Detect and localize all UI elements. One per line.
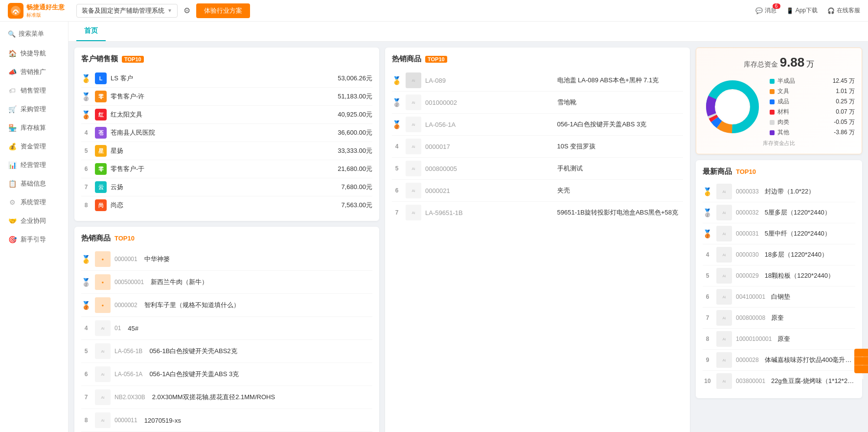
customer-name: LS 客户: [111, 74, 334, 83]
logo-area: 畅捷通好生意 标准版: [8, 3, 76, 19]
rank-number: 7: [703, 314, 712, 321]
sidebar-item-quick-nav[interactable]: 🏠 快捷导航: [0, 44, 68, 63]
float-live[interactable]: 直播: [854, 365, 868, 373]
search-menu-label: 搜索菜单: [19, 29, 44, 38]
new-product-name: 原奎: [777, 335, 855, 343]
customer-value: 21,680.00元: [338, 165, 372, 173]
sidebar-item-system[interactable]: ⚙ 系统管理: [0, 193, 68, 212]
hot-products-title: 热销商品: [81, 234, 111, 243]
new-product-item: 🥇 Ai 0000033 封边带（1.0*22）: [703, 181, 855, 202]
new-product-name: 5厘中纤（1220*2440）: [765, 229, 855, 238]
hot-product-name: 2.0X30MM双搓花轴,搓花直径2.1MM/ROHS: [152, 393, 372, 402]
home-tab[interactable]: 首页: [76, 22, 106, 41]
product-thumbnail: Ai: [406, 139, 421, 154]
new-product-code: 0000032: [736, 209, 759, 216]
hot-product-item: 4 Ai 01 45#: [81, 317, 372, 340]
float-service: 客服热线 服务社区 直播: [854, 349, 868, 373]
medal-icon: 🥈: [81, 92, 91, 101]
medal-icon: 🥉: [392, 120, 402, 129]
legend-category-value: 0.07 万: [836, 108, 855, 116]
hot-product-name: 056-1B白色按键开关壳ABS2克: [149, 347, 372, 356]
customers-list: 🥇 L LS 客户 53,006.26元 🥈 零 零售客户-许 51,183.0…: [81, 70, 372, 214]
logo-main-text: 畅捷通好生意: [26, 3, 65, 12]
customer-value: 53,006.26元: [338, 74, 372, 83]
hot-product-name: 12070519-xs: [144, 417, 372, 424]
hot-product-code: LA-056-1A: [114, 371, 142, 378]
legend-color-dot: [770, 79, 775, 84]
new-product-thumbnail: Ai: [716, 184, 732, 199]
new-product-thumbnail: Ai: [716, 352, 732, 368]
customer-list-item: 🥇 L LS 客户 53,006.26元: [81, 70, 372, 88]
medal-icon: 🥈: [81, 278, 91, 287]
hot-product-thumbnail: Ai: [95, 343, 111, 359]
svg-point-1: [15, 12, 17, 14]
customer-avatar: 零: [95, 91, 107, 102]
sidebar-label-guide: 新手引导: [21, 235, 46, 244]
chart-icon: 📊: [8, 161, 17, 169]
trial-button[interactable]: 体验行业方案: [196, 3, 250, 18]
sidebar-item-base[interactable]: 📋 基础信息: [0, 174, 68, 193]
sold-product-item: 7 Ai LA-59651-1B 59651-1B旋转投影灯电池盒ABS黑色+5…: [392, 202, 683, 223]
sidebar-item-sales[interactable]: 🏷 销售管理: [0, 81, 68, 100]
new-product-name: 5厘多层（1220*2440）: [765, 208, 855, 217]
hot-product-name: 新西兰牛肉（新牛）: [151, 278, 372, 287]
customer-name: 零售客户-许: [111, 92, 334, 101]
sidebar-item-operations[interactable]: 📊 经营管理: [0, 156, 68, 174]
sidebar-item-inventory[interactable]: 🏪 库存核算: [0, 119, 68, 137]
legend-category-value: -3.86 万: [834, 128, 855, 137]
sidebar-label-inventory: 库存核算: [21, 123, 46, 132]
service-action[interactable]: 🎧 在线客服: [827, 6, 860, 15]
legend-color-dot: [770, 99, 775, 104]
hot-products-card: 热销商品 TOP10 🥇 ● 0000001 中华神篓 🥈 ● 00050000…: [74, 227, 379, 432]
product-thumbnail: Ai: [406, 161, 421, 176]
rank-number: 7: [81, 184, 91, 191]
sidebar-item-finance[interactable]: 💰 资金管理: [0, 137, 68, 156]
sidebar-item-purchase[interactable]: 🛒 采购管理: [0, 100, 68, 119]
legend-category-name: 肉类: [777, 118, 831, 126]
new-product-code: 0000031: [736, 230, 759, 237]
sold-title-text: 热销商品: [392, 54, 421, 64]
message-action[interactable]: 💬 消息 6: [755, 6, 777, 15]
product-code: LA-59651-1B: [425, 209, 551, 216]
settings-icon[interactable]: ⚙: [183, 6, 190, 15]
medal-icon: 🥇: [81, 255, 91, 264]
phone-icon: 📱: [786, 7, 794, 14]
float-community[interactable]: 服务社区: [854, 357, 868, 365]
tag-icon: 🏷: [8, 86, 17, 95]
rank-number: 6: [81, 371, 91, 378]
sidebar-item-marketing[interactable]: 📣 营销推广: [0, 63, 68, 81]
product-thumbnail: Ai: [406, 95, 421, 110]
stock-caption: 库存资金占比: [703, 140, 855, 147]
right-panel: 库存总资金 9.88 万: [696, 48, 862, 432]
customer-name: 尚恋: [111, 201, 337, 210]
rank-number: 9: [703, 357, 712, 363]
sidebar-item-guide[interactable]: 🎯 新手引导: [0, 230, 68, 249]
top-header: 畅捷通好生意 标准版 装备及固定资产辅助管理系统 ▼ ⚙ 体验行业方案 💬 消息…: [0, 0, 868, 22]
rank-number: 5: [81, 147, 91, 154]
legend-item: 半成品 12.45 万: [770, 76, 855, 86]
product-code: 000800005: [425, 165, 551, 172]
customer-name: 红太阳文具: [111, 110, 334, 119]
search-menu[interactable]: 🔍 搜索菜单: [0, 25, 68, 42]
sidebar-label-sales: 销售管理: [21, 86, 46, 95]
sidebar-item-enterprise[interactable]: 🤝 企业协同: [0, 212, 68, 230]
rank-number: 6: [392, 187, 402, 194]
gear-icon: ⚙: [8, 198, 17, 207]
stock-card: 库存总资金 9.88 万: [696, 48, 862, 154]
hot-product-item: 🥇 ● 0000001 中华神篓: [81, 248, 372, 271]
hot-product-item: 7 Ai NB2.0X30B 2.0X30MM双搓花轴,搓花直径2.1MM/RO…: [81, 386, 372, 409]
product-code: 001000002: [425, 99, 551, 106]
hot-product-thumbnail: Ai: [95, 389, 111, 405]
legend-category-name: 其他: [777, 128, 831, 137]
main-layout: 🔍 搜索菜单 🏠 快捷导航 📣 营销推广 🏷 销售管理 🛒 采购管理 🏪 库存核…: [0, 22, 868, 432]
customer-list-item: 🥉 红 红太阳文具 40,925.00元: [81, 106, 372, 124]
float-customer-service[interactable]: 客服热线: [854, 349, 868, 357]
chevron-down-icon: ▼: [167, 8, 172, 13]
hot-product-item: 🥈 ● 000500001 新西兰牛肉（新牛）: [81, 271, 372, 294]
hot-product-code: 0000001: [114, 256, 137, 263]
main-content: 首页 客户销售额 TOP10 🥇 L LS 客户 53,006.26元 🥈 零 …: [69, 22, 868, 432]
sold-product-item: 🥇 Ai LA-089 电池盖 LA-089 ABS本色+黑种 7.1克: [392, 70, 683, 92]
system-selector[interactable]: 装备及固定资产辅助管理系统 ▼: [76, 4, 178, 18]
app-download-action[interactable]: 📱 App下载: [786, 6, 818, 15]
legend-color-dot: [770, 120, 775, 125]
